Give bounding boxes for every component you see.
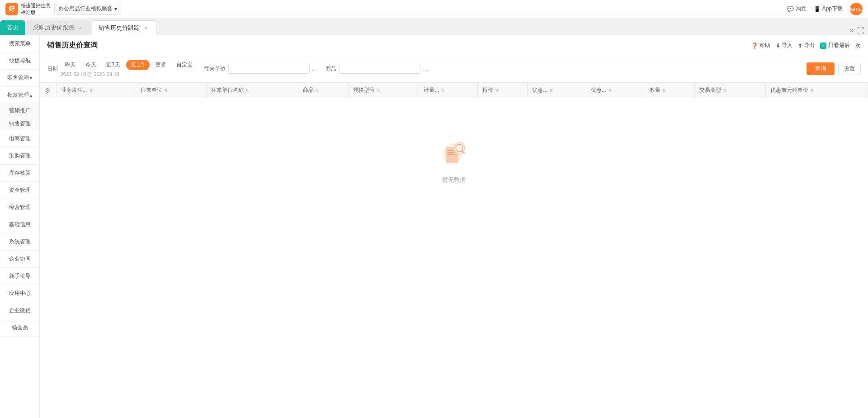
date-pill-more[interactable]: 更多 (151, 60, 170, 70)
help-action[interactable]: ❓ 帮助 (751, 42, 770, 49)
sidebar-item-quicknav[interactable]: 快捷导航 (0, 52, 39, 70)
col-trade-type[interactable]: 交易类型 ⇅ (694, 83, 765, 98)
tab-close-all[interactable]: × (849, 27, 854, 35)
export-action[interactable]: ⬆ 导出 (798, 42, 815, 49)
main-layout: 搜索菜单 快捷导航 零售管理 ▾ 批发管理 ▴ 营销推广 销售管理 电商管理 采… (0, 35, 868, 418)
tab-sales-history[interactable]: 销售历史价跟踪 × (92, 20, 156, 35)
tab-sales-label: 销售历史价跟踪 (99, 24, 140, 32)
only-last-checkbox[interactable] (820, 43, 826, 49)
filter-product: 商品 ... (326, 64, 429, 74)
sidebar-item-wechat[interactable]: 企业微信 (0, 302, 39, 319)
sidebar-item-finance-label: 资金管理 (9, 187, 31, 193)
app-download-label: App下载 (822, 5, 843, 13)
col-pretax-price[interactable]: 优惠前无税单价 ⇅ (765, 83, 868, 98)
sidebar-item-purchase[interactable]: 采购管理 (0, 147, 39, 165)
col-spec[interactable]: 规格型号 ⇅ (348, 83, 419, 98)
col-settings-icon[interactable]: ⚙ (45, 87, 51, 94)
only-last-text: 只看最后一次 (828, 42, 861, 49)
col-unit[interactable]: 计量... ⇅ (419, 83, 478, 98)
product-dots[interactable]: ... (422, 65, 429, 72)
sidebar-item-apps[interactable]: 应用中心 (0, 285, 39, 302)
sidebar-item-sales[interactable]: 销售管理 (0, 117, 39, 130)
date-pill-today[interactable]: 今天 (81, 60, 100, 70)
sidebar-item-operations-label: 经营管理 (9, 204, 31, 210)
tab-sales-close[interactable]: × (142, 24, 150, 32)
settings-button[interactable]: 设置 (838, 63, 861, 75)
app-selector[interactable]: 办公用品行业模拟账套 ▾ (54, 3, 121, 15)
product-label: 商品 (326, 65, 336, 73)
col-product[interactable]: 商品 ⇅ (298, 83, 348, 98)
sidebar-item-members[interactable]: 畅会员 (0, 319, 39, 337)
sidebar-item-inventory[interactable]: 库存核算 (0, 165, 39, 182)
date-filter-label: 日期 (47, 65, 58, 73)
col-quote[interactable]: 报价 ⇅ (478, 83, 528, 98)
sidebar-item-apps-label: 应用中心 (9, 290, 31, 296)
sidebar-item-retail[interactable]: 零售管理 ▾ (0, 70, 39, 87)
col-date[interactable]: 业务发生... ⇅ (56, 83, 136, 98)
tab-purchase-close[interactable]: × (77, 24, 84, 31)
help-icon: ❓ (751, 43, 758, 49)
app-icon: 📱 (814, 6, 821, 12)
tab-home-label: 首页 (7, 24, 19, 32)
sidebar-item-inventory-label: 库存核算 (9, 170, 31, 176)
product-input[interactable] (339, 64, 420, 74)
date-pills: 昨天 今天 近7天 近1月 更多 自定义 (61, 60, 197, 70)
message-icon: 💬 (787, 6, 794, 12)
page-title: 销售历史价查询 (47, 41, 98, 50)
sidebar-item-sales-label: 销售管理 (9, 120, 31, 127)
empty-illustration (436, 134, 472, 171)
help-label: 帮助 (760, 42, 770, 49)
sidebar-item-search[interactable]: 搜索菜单 (0, 35, 39, 52)
sidebar-item-finance[interactable]: 资金管理 (0, 182, 39, 199)
sidebar-item-marketing[interactable]: 营销推广 (0, 104, 39, 117)
filter-partner: 往来单位 ... (204, 64, 318, 74)
date-pill-1month[interactable]: 近1月 (126, 60, 150, 70)
sidebar-item-newbie[interactable]: 新手引导 (0, 268, 39, 285)
chevron-down-icon: ▾ (30, 76, 32, 81)
avatar[interactable]: demo2 (850, 3, 863, 15)
only-last-checkbox-label[interactable]: 只看最后一次 (820, 42, 861, 49)
top-bar-right: 💬 淘豆 📱 App下载 demo2 (787, 3, 863, 15)
partner-input-wrap: ... (228, 64, 318, 74)
logo-text: 畅捷通好生意 标准版 (21, 2, 51, 15)
data-table: ⚙ 业务发生... ⇅ 往来单位 ⇅ (40, 83, 868, 98)
col-settings: ⚙ (40, 83, 56, 98)
col-discount1[interactable]: 优惠... ⇅ (528, 83, 586, 98)
product-input-wrap: ... (339, 64, 429, 74)
query-button[interactable]: 查询 (807, 62, 835, 75)
tab-bar: 首页 采购历史价跟踪 × 销售历史价跟踪 × × ⛶ (0, 18, 868, 35)
date-pill-7days[interactable]: 近7天 (102, 60, 124, 70)
sidebar-item-basics-label: 基础信息 (9, 221, 31, 228)
page-header-row: 销售历史价查询 ❓ 帮助 ⬇ 导入 ⬆ 导出 (47, 41, 861, 50)
sidebar-item-enterprise[interactable]: 企业协同 (0, 251, 39, 268)
sidebar-item-retail-label: 零售管理 (7, 74, 29, 82)
sidebar-item-wholesale-label: 批发管理 (7, 91, 29, 99)
empty-text: 暂无数据 (442, 176, 466, 184)
date-filter-group: 昨天 今天 近7天 近1月 更多 自定义 2023-02-18 至 2023-0… (61, 60, 197, 78)
sidebar-item-basics[interactable]: 基础信息 (0, 216, 39, 233)
sort-icon: ⇅ (164, 88, 168, 93)
sidebar-item-ecommerce[interactable]: 电商管理 (0, 130, 39, 147)
sidebar-item-wholesale[interactable]: 批发管理 ▴ (0, 87, 39, 104)
col-partner-code[interactable]: 往来单位 ⇅ (136, 83, 207, 98)
message-action[interactable]: 💬 淘豆 (787, 5, 807, 13)
top-bar-left: 好 畅捷通好生意 标准版 办公用品行业模拟账套 ▾ (5, 2, 121, 15)
tab-fullscreen[interactable]: ⛶ (857, 27, 864, 35)
import-action[interactable]: ⬇ 导入 (776, 42, 793, 49)
partner-dots[interactable]: ... (311, 65, 318, 72)
sort-icon: ⇅ (245, 88, 249, 93)
partner-input[interactable] (228, 64, 310, 74)
sort-icon: ⇅ (377, 88, 380, 93)
tab-home[interactable]: 首页 (0, 20, 25, 35)
date-pill-yesterday[interactable]: 昨天 (61, 60, 80, 70)
sidebar-item-system[interactable]: 系统管理 (0, 233, 39, 251)
table-header-row: ⚙ 业务发生... ⇅ 往来单位 ⇅ (40, 83, 868, 98)
col-qty[interactable]: 数量 ⇅ (645, 83, 694, 98)
col-discount2[interactable]: 优惠... ⇅ (586, 83, 645, 98)
page-header: 销售历史价查询 ❓ 帮助 ⬇ 导入 ⬆ 导出 (40, 35, 868, 55)
tab-purchase-history[interactable]: 采购历史价跟踪 × (26, 20, 91, 35)
sidebar-item-operations[interactable]: 经营管理 (0, 199, 39, 216)
app-download-action[interactable]: 📱 App下载 (814, 5, 843, 13)
date-pill-custom[interactable]: 自定义 (172, 60, 197, 70)
col-partner-name[interactable]: 往来单位名称 ⇅ (207, 83, 298, 98)
